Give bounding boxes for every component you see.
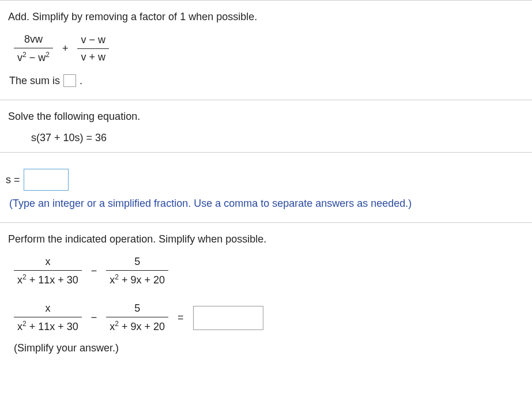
question-2: Solve the following equation. s(37 + 10s… [0, 100, 532, 222]
q3-fracA-den: x2 + 11x + 30 [14, 270, 82, 287]
q3-expression-2: x x2 + 11x + 30 − 5 x2 + 9x + 20 = [14, 301, 524, 334]
q3-minus-1: − [89, 265, 100, 277]
q1-answer-input[interactable] [63, 74, 76, 87]
q1-frac1-num: 8vw [21, 32, 46, 48]
q2-answer-input[interactable] [24, 169, 69, 191]
q3-answer-input[interactable] [193, 306, 263, 330]
q3-fracB2-den-x: x [110, 321, 115, 332]
q1-answer-prefix: The sum is [9, 75, 60, 87]
q1-prompt: Add. Simplify by removing a factor of 1 … [8, 11, 524, 23]
q1-frac2-num: v − w [77, 33, 109, 48]
q1-frac2-den: v + w [77, 48, 109, 65]
q1-fraction-1: 8vw v2 − w2 [14, 32, 53, 65]
q2-hint: (Type an integer or a simplified fractio… [9, 198, 523, 210]
q3-fracB2-den: x2 + 9x + 20 [106, 317, 168, 334]
q1-answer-row: The sum is . [9, 74, 524, 87]
q3-equals: = [175, 312, 186, 324]
q3-fracA-den-exp: 2 [22, 273, 27, 281]
q3-fracA-den-rest: + 11x + 30 [27, 274, 78, 286]
q3-fracA2-den-exp: 2 [22, 320, 27, 328]
q3-fracA2-den: x2 + 11x + 30 [14, 317, 82, 334]
q3-fracA2-den-x: x [17, 321, 22, 332]
q3-fracB-den: x2 + 9x + 20 [106, 270, 168, 287]
q1-expression: 8vw v2 − w2 + v − w v + w [14, 32, 524, 65]
q3-fracA: x x2 + 11x + 30 [14, 255, 82, 287]
q3-fracB-den-exp: 2 [115, 273, 119, 281]
q1-plus: + [60, 43, 71, 55]
q3-note: (Simplify your answer.) [14, 342, 524, 354]
q3-expression-1: x x2 + 11x + 30 − 5 x2 + 9x + 20 [14, 255, 524, 287]
q3-fracB: 5 x2 + 9x + 20 [106, 255, 168, 287]
q2-answer-row: s = [6, 169, 524, 191]
question-1: Add. Simplify by removing a factor of 1 … [0, 0, 532, 100]
q1-frac1-den-v-exp: 2 [22, 51, 27, 59]
q2-prompt: Solve the following equation. [8, 111, 524, 123]
q3-fracA-den-x: x [17, 274, 22, 286]
q3-fracB-den-rest: + 9x + 20 [119, 274, 165, 286]
q2-var-label: s = [6, 174, 20, 186]
q3-fracB-num: 5 [131, 255, 144, 270]
q3-fracB2-den-exp: 2 [115, 320, 119, 328]
question-3: Perform the indicated operation. Simplif… [0, 222, 532, 362]
q3-minus-2: − [89, 312, 100, 324]
q3-prompt: Perform the indicated operation. Simplif… [8, 233, 524, 245]
q3-fracA2-den-rest: + 11x + 30 [27, 321, 78, 332]
q3-fracA2-num: x [41, 301, 54, 317]
q1-fraction-2: v − w v + w [77, 33, 109, 65]
q3-fracA-num: x [41, 255, 54, 270]
q1-frac1-den-w-exp: 2 [46, 51, 50, 59]
q2-equation: s(37 + 10s) = 36 [31, 132, 524, 144]
q1-frac1-den: v2 − w2 [14, 48, 53, 65]
q1-frac1-den-w: w [38, 52, 46, 63]
q3-fracB2-num: 5 [131, 301, 144, 317]
q1-answer-suffix: . [80, 75, 82, 87]
q3-fracA-2: x x2 + 11x + 30 [14, 301, 82, 334]
q3-fracB-den-x: x [110, 274, 115, 286]
q3-fracB-2: 5 x2 + 9x + 20 [106, 301, 168, 334]
q3-fracB2-den-rest: + 9x + 20 [119, 321, 165, 332]
q1-frac1-den-v: v [17, 52, 22, 63]
